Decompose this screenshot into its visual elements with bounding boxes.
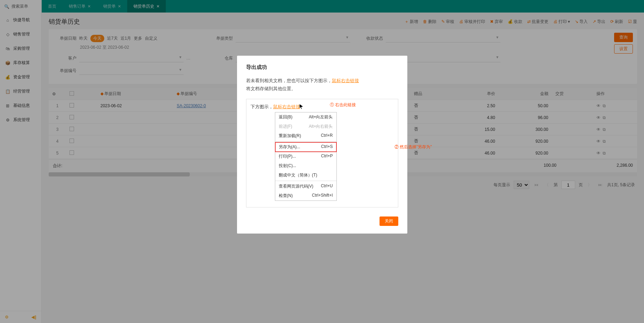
ctx-item: 打印(P)...Ctrl+P (275, 152, 336, 161)
modal-title: 导出成功 (246, 64, 398, 71)
ctx-item: 另存为(A)...Ctrl+S (275, 142, 336, 152)
context-menu-illustration: 返回(B)Alt+向左箭头前进(F)Alt+向右箭头重新加载(R)Ctrl+R另… (275, 112, 337, 201)
modal-text-line1a: 若未看到相关文档，您也可以按下方图示， (246, 78, 332, 83)
guide-illustration: ① 右击此链接 下方图示，鼠标右击链接 返回(B)Alt+向左箭头前进(F)Al… (246, 99, 398, 207)
modal-right-click-link[interactable]: 鼠标右击链接 (332, 78, 359, 83)
guide-note-2: ② 然后选择"另存为" (394, 144, 432, 150)
export-success-modal: 导出成功 若未看到相关文档，您也可以按下方图示，鼠标右击链接 将文档存储到其他位… (237, 56, 407, 234)
guide-link: 鼠标右击链接 (273, 104, 300, 109)
ctx-item: 查看网页源代码(V)Ctrl+U (275, 182, 336, 191)
guide-note-1: ① 右击此链接 (330, 102, 356, 108)
ctx-item: 前进(F)Alt+向右箭头 (275, 122, 336, 131)
close-button[interactable]: 关闭 (380, 216, 398, 226)
ctx-item: 投射(C)... (275, 161, 336, 171)
guide-prefix: 下方图示， (251, 104, 273, 109)
modal-overlay: 导出成功 若未看到相关文档，您也可以按下方图示，鼠标右击链接 将文档存储到其他位… (0, 0, 644, 323)
ctx-item: 检查(N)Ctrl+Shift+I (275, 191, 336, 200)
modal-text-line2: 将文档存储到其他位置。 (246, 86, 296, 91)
ctx-item: 返回(B)Alt+向左箭头 (275, 112, 336, 122)
ctx-item: 翻成中文（简体）(T) (275, 171, 336, 180)
ctx-item: 重新加载(R)Ctrl+R (275, 131, 336, 141)
